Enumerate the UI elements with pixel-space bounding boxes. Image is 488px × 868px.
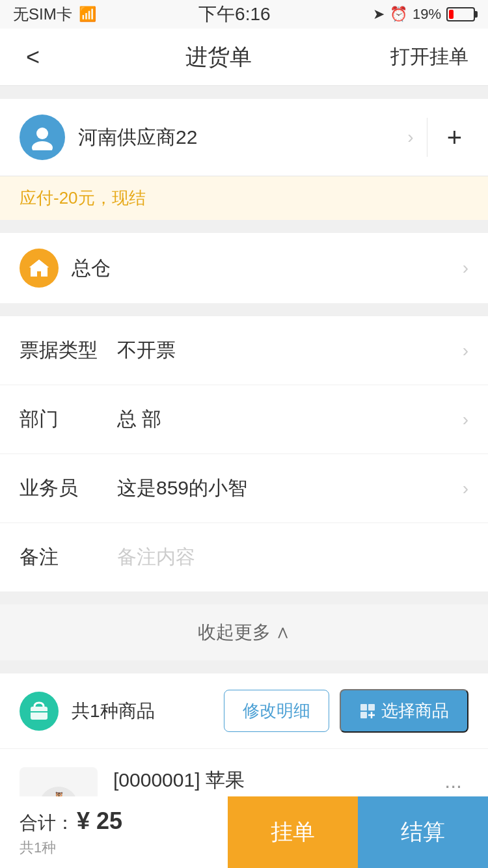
status-left: 无SIM卡 📶 [13,4,96,25]
supplier-chevron: › [407,127,413,148]
supplier-notice: 应付-20元，现结 [0,176,488,220]
battery-icon [446,7,475,21]
svg-rect-9 [360,712,367,718]
checkout-button[interactable]: 结算 [358,796,488,868]
status-bar: 无SIM卡 📶 下午6:16 ➤ ⏰ 19% [0,0,488,29]
form-section: 票据类型 不开票 › 部门 总 部 › 业务员 这是859的小智 › 备注 备注… [0,316,488,591]
invoice-chevron: › [463,340,468,361]
products-count: 共1种商品 [72,699,224,724]
supplier-section: 河南供应商22 › + 应付-20元，现结 [0,99,488,220]
warehouse-row[interactable]: 总仓 › [0,233,488,303]
dept-chevron: › [463,409,468,430]
status-right: ➤ ⏰ 19% [373,6,475,23]
products-icon [20,692,59,731]
section-gap-1 [0,86,488,99]
svg-rect-8 [368,704,375,711]
product-name: [0000001] 苹果 [113,767,422,794]
open-hang-button[interactable]: 打开挂单 [390,44,468,70]
battery-percent: 19% [413,6,441,23]
add-supplier-button[interactable]: + [441,123,468,152]
house-icon [28,257,50,279]
form-row-dept[interactable]: 部门 总 部 › [0,385,488,454]
hang-button[interactable]: 挂单 [228,796,358,868]
dept-value: 总 部 [104,406,463,433]
form-row-invoice[interactable]: 票据类型 不开票 › [0,316,488,385]
form-row-note[interactable]: 备注 备注内容 [0,523,488,591]
nav-bar: < 进货单 打开挂单 [0,29,488,86]
supplier-avatar [20,115,65,160]
status-time: 下午6:16 [198,2,271,27]
battery-fill [449,10,454,19]
svg-point-0 [36,128,48,139]
select-icon [359,703,376,720]
products-header: 共1种商品 修改明细 选择商品 [0,673,488,749]
svg-rect-5 [31,707,47,720]
location-icon: ➤ [373,6,385,23]
wifi-icon: 📶 [79,6,96,23]
carrier-label: 无SIM卡 [13,4,72,25]
shopping-icon [28,700,50,722]
warehouse-chevron: › [463,258,468,278]
page-title: 进货单 [185,42,252,72]
select-product-button[interactable]: 选择商品 [340,689,468,733]
select-product-label: 选择商品 [381,699,449,722]
collapse-button[interactable]: 收起更多 ∧ [0,604,488,660]
sales-value: 这是859的小智 [104,475,463,502]
total-label: 合计： [20,811,74,835]
dept-label: 部门 [20,406,104,433]
note-label: 备注 [20,544,104,571]
back-button[interactable]: < [20,37,46,77]
total-count: 共1种 [20,838,208,858]
bottom-bar: 合计： ¥ 25 共1种 挂单 结算 [0,796,488,868]
supplier-row: 河南供应商22 › + [0,99,488,176]
divider [427,118,427,157]
svg-point-1 [32,141,53,150]
warehouse-icon [20,249,59,288]
form-row-sales[interactable]: 业务员 这是859的小智 › [0,454,488,523]
svg-rect-7 [360,704,367,711]
total-amount: ¥ 25 [77,807,122,835]
edit-detail-button[interactable]: 修改明细 [224,690,329,732]
svg-rect-4 [37,271,41,277]
product-code: [0000001] 苹果 [113,769,245,791]
invoice-label: 票据类型 [20,337,104,364]
bottom-total: 合计： ¥ 25 共1种 [0,796,228,868]
warehouse-section: 总仓 › [0,233,488,303]
invoice-value: 不开票 [104,337,463,364]
sales-chevron: › [463,478,468,499]
sales-label: 业务员 [20,475,104,502]
alarm-icon: ⏰ [390,6,407,23]
supplier-name[interactable]: 河南供应商22 [78,124,407,151]
note-placeholder: 备注内容 [104,544,468,571]
person-icon [29,124,55,150]
warehouse-name: 总仓 [72,255,463,282]
